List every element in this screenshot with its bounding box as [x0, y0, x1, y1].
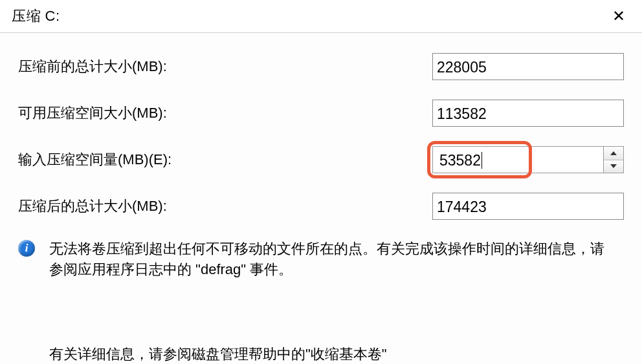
footer-help-text: 有关详细信息，请参阅磁盘管理帮助中的"收缩基本卷" — [49, 345, 629, 364]
shrink-amount-value: 53582 — [439, 148, 481, 173]
row-total-before: 压缩前的总计大小(MB): 228005 — [18, 52, 629, 81]
value-available: 113582 — [432, 100, 624, 127]
info-row: i 无法将卷压缩到超出任何不可移动的文件所在的点。有关完成该操作时间的详细信息，… — [18, 239, 629, 280]
shrink-amount-stepper[interactable]: 53582 — [432, 146, 624, 173]
label-total-before: 压缩前的总计大小(MB): — [18, 57, 432, 76]
label-available: 可用压缩空间大小(MB): — [18, 103, 432, 123]
row-input-amount: 输入压缩空间量(MB)(E): 53582 — [18, 145, 629, 174]
spin-up-button[interactable] — [604, 147, 623, 160]
dialog-body: 压缩前的总计大小(MB): 228005 可用压缩空间大小(MB): 11358… — [0, 33, 642, 364]
titlebar: 压缩 C: ✕ — [0, 0, 642, 33]
info-icon: i — [18, 240, 35, 257]
label-total-after: 压缩后的总计大小(MB): — [18, 197, 432, 216]
value-total-after: 174423 — [432, 193, 624, 220]
row-available: 可用压缩空间大小(MB): 113582 — [18, 99, 629, 127]
spin-buttons — [604, 146, 624, 173]
chevron-down-icon — [610, 164, 617, 168]
window-title: 压缩 C: — [12, 6, 60, 26]
svg-marker-0 — [610, 151, 617, 155]
shrink-amount-input[interactable]: 53582 — [432, 146, 604, 173]
value-total-before: 228005 — [432, 53, 624, 80]
close-icon[interactable]: ✕ — [607, 6, 630, 27]
text-caret — [482, 152, 482, 169]
chevron-up-icon — [610, 151, 617, 155]
label-input-amount: 输入压缩空间量(MB)(E): — [18, 150, 432, 169]
info-text: 无法将卷压缩到超出任何不可移动的文件所在的点。有关完成该操作时间的详细信息，请参… — [49, 239, 610, 280]
svg-marker-1 — [610, 164, 617, 168]
spin-down-button[interactable] — [604, 160, 623, 173]
row-total-after: 压缩后的总计大小(MB): 174423 — [18, 192, 629, 220]
